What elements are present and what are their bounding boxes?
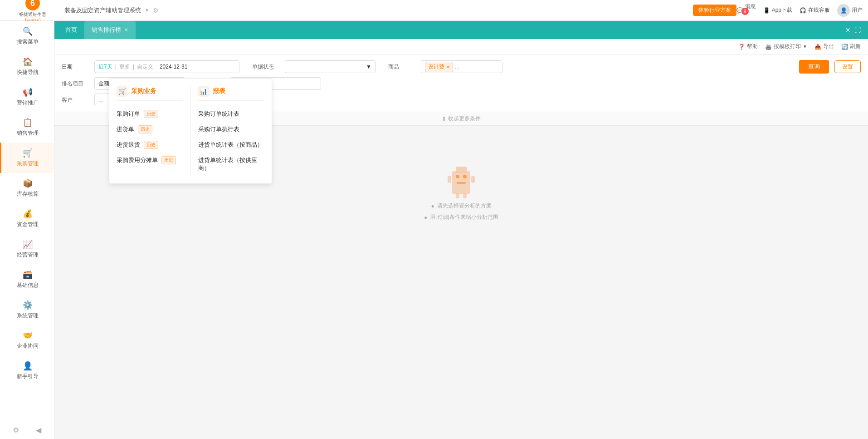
menu-purchase-header-label: 采购业务: [131, 87, 156, 95]
sidebar: 🔍 搜索菜单 🏠 快捷导航 📢 营销推广 📋 销售管理 🛒 采购管理 📦 库存核…: [0, 21, 54, 439]
rank-label: 排名项目: [62, 80, 89, 88]
menu-item-incoming-stat-goods[interactable]: 进货单统计表（按商品）: [198, 137, 265, 153]
sidebar-item-purchase[interactable]: 🛒 采购管理: [0, 143, 54, 173]
purchase-exec-label: 采购订单执行表: [198, 125, 239, 133]
chart-icon: 📈: [23, 239, 33, 249]
message-badge: 9: [741, 8, 749, 15]
rank-value: 金额: [98, 80, 109, 88]
settings-icon[interactable]: ⚙: [153, 7, 159, 14]
menu-divider: [190, 86, 191, 176]
sidebar-item-marketing[interactable]: 📢 营销推广: [0, 82, 54, 112]
header-actions: 💬 消息 9 📱 App下载 🎧 在线客服 👤 用户: [736, 3, 863, 18]
sidebar-item-label-operations: 经营管理: [17, 251, 39, 259]
database-icon: 🗃️: [23, 270, 33, 280]
sidebar-item-inventory[interactable]: 📦 库存核算: [0, 173, 54, 203]
collapse-sidebar-icon[interactable]: ◀: [36, 426, 41, 434]
menu-item-return[interactable]: 进货退货 历史: [117, 137, 183, 153]
box-icon: 📦: [23, 178, 33, 188]
tab-sales-rank[interactable]: 销售排行榜 ✕: [84, 21, 136, 39]
system-title: 装备及固定资产辅助管理系统 ▼ ⚙: [64, 6, 693, 15]
app-download-action[interactable]: 📱 App下载: [763, 6, 792, 14]
menu-item-expense[interactable]: 采购费用分摊单 历史: [117, 153, 183, 168]
page-content: ❓ 帮助 🖨️ 按模板打印 ▼ 📤 导出 🔄 刷新: [54, 39, 868, 439]
sidebar-item-sales[interactable]: 📋 销售管理: [0, 112, 54, 143]
user-icon: 👤: [840, 7, 847, 14]
sidebar-item-base[interactable]: 🗃️ 基础信息: [0, 264, 54, 295]
sidebar-item-quick[interactable]: 🏠 快捷导航: [0, 51, 54, 82]
close-window-icon[interactable]: ✕: [845, 26, 851, 34]
top-bar: 6 畅捷通好生意 标准版 装备及固定资产辅助管理系统 ▼ ⚙ 体验行业方案 💬 …: [0, 0, 868, 21]
reports-header-icon: 📊: [198, 86, 209, 97]
menu-item-purchase-order[interactable]: 采购订单 历史: [117, 106, 183, 122]
history-badge-expense: 历史: [161, 156, 176, 164]
user-label: 用户: [852, 6, 863, 14]
sidebar-item-finance[interactable]: 💰 资金管理: [0, 203, 54, 234]
sidebar-item-operations[interactable]: 📈 经营管理: [0, 234, 54, 264]
purchase-stat-label: 采购订单统计表: [198, 110, 239, 118]
customer-more[interactable]: ...: [98, 97, 103, 103]
sidebar-item-label-purchase: 采购管理: [17, 160, 39, 168]
menu-item-purchase-exec[interactable]: 采购订单执行表: [198, 122, 265, 137]
menu-item-incoming[interactable]: 进货单 历史: [117, 122, 183, 137]
tab-sales-rank-label: 销售排行榜: [92, 26, 121, 34]
menu-purchase-header: 🛒 采购业务: [117, 86, 183, 101]
incoming-stat-goods-label: 进货单统计表（按商品）: [198, 141, 263, 149]
system-title-text: 装备及固定资产辅助管理系统: [64, 6, 141, 15]
cart-icon: 🛒: [23, 148, 33, 158]
user-action[interactable]: 👤 用户: [837, 4, 863, 17]
history-badge-incoming: 历史: [138, 125, 152, 133]
purchase-header-icon: 🛒: [117, 86, 127, 97]
sidebar-item-label-search: 搜索菜单: [17, 38, 39, 46]
app-label: App下载: [772, 6, 792, 14]
online-service-action[interactable]: 🎧 在线客服: [800, 6, 830, 14]
history-badge-return: 历史: [144, 141, 158, 149]
settings-bottom-icon[interactable]: ⚙: [13, 426, 19, 434]
gear-icon: ⚙️: [23, 300, 33, 310]
sidebar-item-label-enterprise: 企业协同: [17, 342, 39, 350]
dropdown-menu: 🛒 采购业务 采购订单 历史 进货单 历史 进货退货: [109, 78, 272, 184]
logo-text: 畅捷通好生意: [19, 11, 46, 18]
return-label: 进货退货: [117, 141, 140, 149]
customer-label: 客户: [62, 96, 89, 104]
maximize-window-icon[interactable]: ⛶: [854, 26, 861, 34]
dropdown-overlay: 🛒 采购业务 采购订单 历史 进货单 历史 进货退货: [109, 39, 868, 439]
avatar: 👤: [837, 4, 850, 17]
sidebar-item-label-inventory: 库存核算: [17, 190, 39, 198]
sidebar-item-search[interactable]: 🔍 搜索菜单: [0, 21, 54, 51]
phone-icon: 📱: [763, 7, 770, 14]
incoming-label: 进货单: [117, 125, 134, 133]
system-title-chevron[interactable]: ▼: [145, 8, 149, 13]
search-icon: 🔍: [23, 26, 33, 36]
industry-button[interactable]: 体验行业方案: [693, 5, 736, 16]
sidebar-item-label-newbie: 新手引导: [17, 373, 39, 380]
sidebar-item-label-system: 系统管理: [17, 312, 39, 320]
menu-reports-column: 📊 报表 采购订单统计表 采购订单执行表 进货单统计表（按商品）: [198, 86, 265, 176]
content-area: 首页 销售排行榜 ✕ ✕ ⛶ ❓ 帮助 🖨️ 按模板打: [54, 21, 868, 439]
tab-home[interactable]: 首页: [58, 21, 84, 39]
money-icon: 💰: [23, 209, 33, 219]
expense-label: 采购费用分摊单: [117, 156, 158, 164]
sidebar-item-newbie[interactable]: 👤 新手引导: [0, 355, 54, 386]
menu-item-purchase-stat[interactable]: 采购订单统计表: [198, 106, 265, 122]
logo-icon: 6: [25, 0, 40, 10]
megaphone-icon: 📢: [23, 87, 33, 97]
tab-home-label: 首页: [65, 26, 77, 34]
sidebar-item-enterprise[interactable]: 🤝 企业协同: [0, 325, 54, 355]
main-layout: 🔍 搜索菜单 🏠 快捷导航 📢 营销推广 📋 销售管理 🛒 采购管理 📦 库存核…: [0, 21, 868, 439]
purchase-order-label: 采购订单: [117, 110, 140, 118]
sidebar-item-label-quick: 快捷导航: [17, 69, 39, 76]
menu-item-incoming-stat-supplier[interactable]: 进货单统计表（按供应商）: [198, 153, 265, 176]
tab-bar: 首页 销售排行榜 ✕ ✕ ⛶: [54, 21, 868, 39]
tab-close-icon[interactable]: ✕: [124, 27, 128, 33]
menu-reports-header: 📊 报表: [198, 86, 265, 101]
menu-purchase-column: 🛒 采购业务 采购订单 历史 进货单 历史 进货退货: [117, 86, 183, 176]
sidebar-item-label-sales: 销售管理: [17, 129, 39, 137]
sidebar-item-system[interactable]: ⚙️ 系统管理: [0, 295, 54, 325]
sidebar-item-label-base: 基础信息: [17, 281, 39, 289]
sidebar-item-label-finance: 资金管理: [17, 221, 39, 228]
message-action[interactable]: 💬 消息 9: [736, 3, 756, 18]
service-label: 在线客服: [808, 6, 830, 14]
person-icon: 👤: [23, 361, 33, 371]
handshake-icon: 🤝: [23, 330, 33, 340]
menu-reports-header-label: 报表: [213, 87, 225, 95]
